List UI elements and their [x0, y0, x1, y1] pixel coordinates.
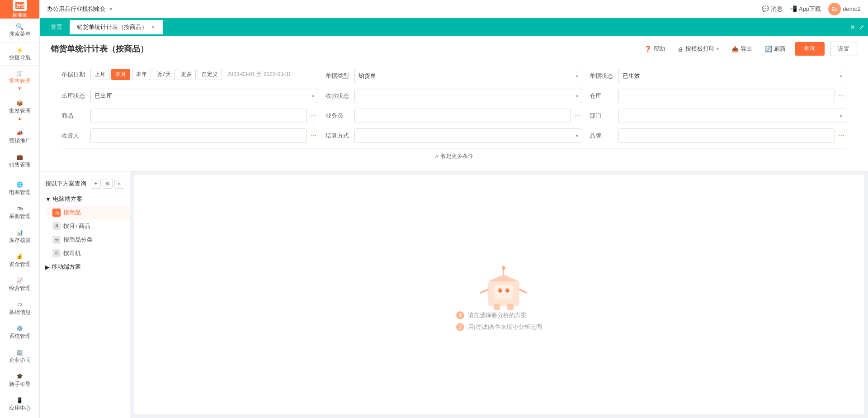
month-goods-label: 按月+商品: [63, 222, 90, 230]
tree-mobile-section[interactable]: ▶ 移动端方案: [40, 260, 130, 274]
username: demo2: [843, 5, 861, 12]
tab-bar: 首页 销货单统计计表（按商品） ✕ ✕ ⤢: [40, 18, 868, 36]
settings-scheme-btn[interactable]: ⚙: [103, 179, 113, 189]
type-select[interactable]: 销货单 ▾: [354, 69, 582, 83]
tree-item-by-goods[interactable]: 商 按商品: [47, 206, 130, 219]
settlement-select[interactable]: ▾: [354, 128, 582, 143]
download-icon: 📲: [790, 5, 797, 12]
tree-item-by-month-goods[interactable]: 月 按月+商品: [47, 219, 130, 233]
settlement-control: ▾: [354, 128, 582, 143]
sidebar-item-finance[interactable]: 💰 资金管理: [0, 249, 39, 273]
operations-icon: 📈: [16, 277, 23, 284]
month-goods-icon: 月: [52, 222, 61, 230]
receiver-input[interactable]: [90, 128, 307, 143]
sidebar-item-system[interactable]: ⚙️ 系统管理: [0, 321, 39, 345]
help-btn[interactable]: ❓ 帮助: [641, 43, 669, 55]
date-range-text: 2023-03-01 至 2023-03-31: [227, 71, 291, 78]
tree-pc-children: 商 按商品 月 按月+商品 分 按商品分类 司 按司机: [40, 206, 130, 260]
tree-pc-section[interactable]: ▼ 电脑端方案: [40, 192, 130, 206]
filter-outstock: 出库状态 已出库 ▾: [61, 89, 318, 103]
message-label: 消息: [771, 5, 783, 13]
salesman-input[interactable]: [354, 109, 571, 123]
empty-illustration: [476, 259, 522, 304]
refresh-btn[interactable]: 🔄 刷新: [761, 43, 789, 55]
guide-label: 新手引导: [9, 380, 31, 388]
basic-icon: 🗂: [17, 301, 23, 308]
tree-expand-icon: ▼: [45, 196, 51, 203]
year-btn[interactable]: 本年: [132, 69, 151, 80]
tree-item-by-goods-cat[interactable]: 分 按商品分类: [47, 233, 130, 247]
tab-close-window-icon[interactable]: ✕: [850, 24, 855, 31]
more-btn[interactable]: 更多: [177, 69, 196, 80]
brand-more[interactable]: ···: [837, 132, 846, 140]
goods-input[interactable]: [90, 109, 307, 123]
empty-tip-2: 2 用[过滤]条件来缩小分析范围: [456, 323, 542, 331]
custom-btn[interactable]: 自定义: [198, 69, 222, 80]
curr-month-btn[interactable]: 本月: [111, 69, 130, 80]
print-label: 按模板打印: [685, 45, 715, 53]
add-scheme-btn[interactable]: +: [91, 179, 101, 189]
inventory-icon: 📊: [16, 229, 23, 236]
goods-more[interactable]: ···: [309, 112, 318, 120]
warehouse-input[interactable]: [618, 89, 835, 103]
purchase-label: 采购管理: [9, 213, 31, 220]
print-arrow: ▾: [717, 47, 719, 52]
filter-row-4: 收货人 ··· 结算方式 ▾: [61, 128, 846, 143]
tab-close-btn[interactable]: ✕: [150, 24, 156, 31]
sidebar-item-inventory[interactable]: 📊 库存核算: [0, 225, 39, 249]
sidebar-item-wholesale[interactable]: 📦 批发管理 ▲: [0, 95, 39, 125]
tree-item-by-cashier[interactable]: 司 按司机: [47, 247, 130, 260]
status-select[interactable]: 已生效 ▾: [618, 69, 846, 83]
receipt-select[interactable]: ▾: [354, 89, 582, 103]
tab-home[interactable]: 首页: [43, 20, 70, 34]
message-btn[interactable]: 💬 消息: [762, 5, 783, 13]
print-btn[interactable]: 🖨 按模板打印 ▾: [674, 43, 722, 55]
tab-sales-stats-label: 销货单统计计表（按商品）: [77, 23, 147, 31]
tab-sales-stats[interactable]: 销货单统计计表（按商品） ✕: [70, 20, 163, 34]
collapse-btn[interactable]: ∧ 收起更多条件: [61, 148, 846, 164]
collapse-panel-btn[interactable]: «: [114, 179, 124, 189]
sidebar-item-marketing[interactable]: 📣 营销推广: [0, 125, 39, 149]
receiver-more[interactable]: ···: [309, 132, 318, 140]
outstock-select[interactable]: 已出库 ▾: [90, 89, 318, 103]
warehouse-more[interactable]: ···: [837, 92, 846, 100]
search-menu-item[interactable]: 🔍 搜索菜单: [0, 19, 39, 43]
query-btn[interactable]: 查询: [795, 42, 825, 56]
sidebar-item-basic[interactable]: 🗂 基础信息: [0, 297, 39, 321]
help-icon: ❓: [644, 46, 651, 52]
marketing-icon: 📣: [16, 130, 23, 136]
svg-rect-14: [507, 304, 514, 310]
sidebar-item-retail[interactable]: 🛒 零售管理 ▼: [0, 66, 39, 95]
quick-nav-item[interactable]: ⚡ 快捷导航: [0, 43, 39, 66]
user-menu[interactable]: Ea demo2: [828, 3, 861, 15]
sidebar-item-purchase[interactable]: 🛍 采购管理: [0, 201, 39, 225]
header-actions: 💬 消息 📲 App下载 Ea demo2: [762, 3, 861, 15]
svg-point-7: [500, 290, 501, 292]
export-btn[interactable]: 📤 导出: [728, 43, 756, 55]
page-title: 销货单统计计表（按商品）: [51, 43, 148, 54]
salesman-more[interactable]: ···: [573, 112, 582, 120]
left-panel-title: 按以下方案查询: [45, 180, 86, 188]
sidebar-item-sales[interactable]: 💼 销售管理: [0, 149, 39, 173]
brand-input[interactable]: [618, 128, 835, 143]
sidebar-item-apps[interactable]: 📱 应用中心: [0, 393, 39, 417]
system-label: 系统管理: [9, 332, 31, 340]
apps-label: 应用中心: [9, 404, 31, 412]
prev-month-btn[interactable]: 上月: [90, 69, 109, 80]
refresh-icon: 🔄: [765, 46, 772, 52]
add-icon: +: [94, 180, 97, 187]
cashier-icon: 司: [52, 249, 61, 257]
sidebar-item-enterprise[interactable]: 🏢 企业协同: [0, 345, 39, 369]
dept-select[interactable]: ▾: [618, 109, 846, 123]
sidebar-item-guide[interactable]: 🎓 新手引导: [0, 369, 39, 393]
apps-icon: 📱: [16, 397, 23, 404]
receipt-arrow: ▾: [576, 94, 578, 99]
tab-expand-icon[interactable]: ⤢: [859, 24, 864, 31]
settings-btn[interactable]: 设置: [830, 42, 857, 56]
svg-line-12: [519, 290, 526, 293]
sidebar-item-ecommerce[interactable]: 🌐 电商管理: [0, 177, 39, 201]
outstock-label: 出库状态: [61, 92, 87, 100]
app-download-btn[interactable]: 📲 App下载: [790, 5, 821, 13]
7days-btn[interactable]: 近7天: [153, 69, 175, 80]
sidebar-item-operations[interactable]: 📈 经营管理: [0, 273, 39, 297]
